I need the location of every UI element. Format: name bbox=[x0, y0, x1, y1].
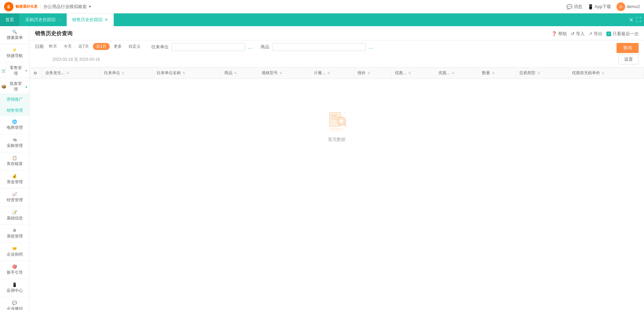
tab-bar: 首页 采购历史价跟踪 ✕ 销售历史价跟踪 ✕ ✕ ⛶ bbox=[0, 13, 644, 26]
gear-icon: ⚙ bbox=[34, 71, 37, 75]
table-header-discount2[interactable]: 优惠... ⇅ bbox=[435, 67, 479, 79]
sidebar-label-system: 系统管理 bbox=[7, 234, 23, 239]
date-tab-custom[interactable]: 自定义 bbox=[126, 43, 143, 50]
sidebar-label-quick-nav: 快捷导航 bbox=[7, 53, 23, 59]
download-label: App下载 bbox=[595, 4, 611, 10]
product-input[interactable] bbox=[272, 43, 366, 51]
sidebar-label-search: 搜索菜单 bbox=[7, 35, 23, 41]
tab-home[interactable]: 首页 bbox=[0, 13, 20, 26]
col-label-business-date: 业务发生... bbox=[45, 70, 65, 75]
col-label-discount1: 优惠... bbox=[395, 70, 406, 75]
download-btn[interactable]: 📱 App下载 bbox=[588, 4, 611, 10]
sidebar-label-finance: 资金管理 bbox=[7, 179, 23, 185]
sidebar-item-purchase[interactable]: 🛍 采购管理 bbox=[0, 134, 29, 152]
table-header-trade-type[interactable]: 交易类型 ⇅ bbox=[516, 67, 569, 79]
table-header-unit-name[interactable]: 往来单位名称 ⇅ bbox=[153, 67, 221, 79]
sidebar-item-app-center[interactable]: 📱 应用中心 bbox=[0, 279, 29, 297]
table-header-pre-tax[interactable]: 优惠前无税单价 ⇅ bbox=[568, 67, 644, 79]
sidebar-item-basic-info[interactable]: 📝 基础信息 bbox=[0, 207, 29, 225]
empty-state: 暂无数据 bbox=[30, 79, 644, 169]
search-icon: 🔍 bbox=[12, 30, 17, 34]
table-header-settings[interactable]: ⚙ bbox=[30, 67, 42, 79]
purchase-history-tab-close[interactable]: ✕ bbox=[58, 17, 61, 22]
date-range-text: 2023-02-18 至 2023-03-18 bbox=[52, 57, 100, 62]
import-btn[interactable]: ↺ 导入 bbox=[571, 31, 585, 37]
from-unit-label: 往来单位 bbox=[151, 44, 169, 50]
sidebar-item-retail[interactable]: 🛒 零售管理 ▼ bbox=[0, 62, 29, 78]
sales-history-tab-close[interactable]: ✕ bbox=[105, 17, 108, 22]
tab-purchase-history[interactable]: 采购历史价跟踪 ✕ bbox=[20, 13, 67, 26]
table-header-quantity[interactable]: 数量 ⇅ bbox=[479, 67, 516, 79]
tab-sales-history[interactable]: 销售历史价跟踪 ✕ bbox=[67, 13, 114, 26]
table-header-business-date[interactable]: 业务发生... ⇅ bbox=[42, 67, 101, 79]
sidebar-item-sales-mgmt[interactable]: 销售管理 bbox=[0, 105, 29, 116]
from-unit-input[interactable] bbox=[171, 43, 245, 51]
date-tab-yesterday[interactable]: 昨天 bbox=[46, 43, 60, 50]
sidebar-item-inventory[interactable]: 📋 库存核算 bbox=[0, 152, 29, 170]
date-tab-more[interactable]: 更多 bbox=[111, 43, 124, 50]
sidebar-item-quick-nav[interactable]: ⚡ 快捷导航 bbox=[0, 44, 29, 62]
empty-state-text: 暂无数据 bbox=[328, 137, 345, 143]
date-filter-group: 日期 昨天 今天 近7天 近1月 更多 自定义 bbox=[35, 43, 143, 50]
sidebar: 🔍 搜索菜单 ⚡ 快捷导航 🛒 零售管理 ▼ 📦 批发管理 ▲ 营销推广 销售管… bbox=[0, 26, 30, 310]
date-tab-1month[interactable]: 近1月 bbox=[93, 43, 110, 50]
col-label-discount2: 优惠... bbox=[438, 70, 450, 75]
sidebar-item-newbie[interactable]: 🎯 新手引导 bbox=[0, 261, 29, 279]
export-btn[interactable]: ↗ 导出 bbox=[589, 31, 602, 37]
sidebar-item-operations[interactable]: 📈 经营管理 bbox=[0, 189, 29, 207]
message-btn[interactable]: 💬 消息 bbox=[567, 4, 582, 10]
purchase-history-tab-label: 采购历史价跟踪 bbox=[25, 17, 56, 23]
sidebar-label-newbie: 新手引导 bbox=[7, 270, 23, 275]
tab-bar-right: ✕ ⛶ bbox=[629, 17, 644, 23]
table-header-quote[interactable]: 报价 ⇅ bbox=[354, 67, 391, 79]
retail-icon: 🛒 bbox=[1, 68, 6, 73]
maximize-btn[interactable]: ⛶ bbox=[636, 17, 641, 23]
top-bar-left: 6 畅捷通好生意 办公用品行业模拟账套 ▼ bbox=[4, 2, 92, 11]
sidebar-item-enterprise[interactable]: 🤝 企业协同 bbox=[0, 243, 29, 261]
only-last-checkbox[interactable]: 只看最后一次 bbox=[606, 31, 639, 37]
sidebar-item-search[interactable]: 🔍 搜索菜单 bbox=[0, 26, 29, 44]
date-filter-label: 日期 bbox=[35, 44, 44, 50]
export-icon: ↗ bbox=[589, 31, 592, 36]
newbie-icon: 🎯 bbox=[12, 264, 17, 269]
logo-area: 6 畅捷通好生意 bbox=[4, 2, 38, 11]
ecommerce-icon: 🌐 bbox=[12, 119, 17, 124]
svg-rect-2 bbox=[331, 115, 337, 116]
sidebar-item-wholesale[interactable]: 📦 批发管理 ▲ bbox=[0, 78, 29, 94]
col-label-product: 商品 bbox=[224, 70, 232, 75]
sidebar-label-wholesale: 批发管理 bbox=[8, 81, 23, 92]
col-label-unit-name: 往来单位名称 bbox=[157, 70, 181, 75]
sidebar-item-ecommerce[interactable]: 🌐 电商管理 bbox=[0, 116, 29, 134]
product-dots-btn[interactable]: ... bbox=[369, 44, 373, 50]
sidebar-item-system[interactable]: ⚙ 系统管理 bbox=[0, 225, 29, 243]
close-all-tabs-btn[interactable]: ✕ bbox=[629, 17, 633, 23]
sort-icon-discount1: ⇅ bbox=[408, 71, 411, 75]
sidebar-label-marketing: 营销推广 bbox=[7, 97, 23, 102]
data-table: ⚙ 业务发生... ⇅ 往来单位 ⇅ 往来单位名称 bbox=[30, 67, 644, 79]
page-title: 销售历史价查询 bbox=[35, 30, 72, 37]
sidebar-item-finance[interactable]: 💰 资金管理 bbox=[0, 170, 29, 189]
table-header-spec[interactable]: 规格型号 ⇅ bbox=[258, 67, 311, 79]
table-header-unit-code[interactable]: 往来单位 ⇅ bbox=[101, 67, 153, 79]
table-header-unit[interactable]: 计量... ⇅ bbox=[311, 67, 354, 79]
table-header-product[interactable]: 商品 ⇅ bbox=[221, 67, 258, 79]
app-center-icon: 📱 bbox=[12, 282, 17, 287]
wholesale-icon: 📦 bbox=[1, 84, 6, 89]
download-icon: 📱 bbox=[588, 4, 593, 9]
sidebar-label-operations: 经营管理 bbox=[7, 197, 23, 203]
help-btn[interactable]: ❓ 帮助 bbox=[551, 31, 567, 37]
date-tab-7days[interactable]: 近7天 bbox=[76, 43, 92, 50]
table-header-discount1[interactable]: 优惠... ⇅ bbox=[391, 67, 435, 79]
svg-line-7 bbox=[344, 124, 346, 126]
app-selector[interactable]: 办公用品行业模拟账套 ▼ bbox=[43, 4, 92, 10]
sidebar-item-enterprise-wechat[interactable]: 💬 企业微信 bbox=[0, 297, 29, 310]
user-area[interactable]: D demo2 bbox=[616, 2, 640, 11]
date-tab-today[interactable]: 今天 bbox=[61, 43, 74, 50]
from-unit-dots-btn[interactable]: ... bbox=[248, 44, 252, 50]
export-label: 导出 bbox=[594, 31, 602, 37]
settings-button[interactable]: 设置 bbox=[619, 54, 639, 64]
sidebar-item-marketing[interactable]: 营销推广 bbox=[0, 94, 29, 105]
product-label: 商品 bbox=[261, 44, 269, 50]
sidebar-label-enterprise-wechat: 企业微信 bbox=[7, 306, 23, 310]
query-button[interactable]: 查询 bbox=[616, 43, 639, 53]
